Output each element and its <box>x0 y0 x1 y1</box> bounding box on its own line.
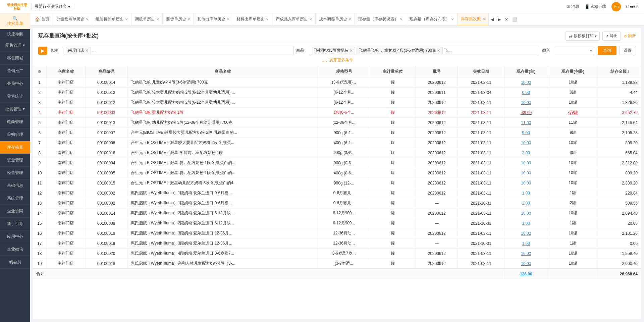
table-cell[interactable]: 11.00 <box>504 118 548 128</box>
table-cell[interactable]: 10.00 <box>504 178 548 188</box>
sidebar-item-basics[interactable]: 基础信息 <box>0 179 30 192</box>
warehouse-tag-close[interactable]: ✕ <box>85 48 89 53</box>
tab-split-history[interactable]: 分量盘点单历史 ✕ <box>53 13 92 25</box>
close-stock-dist-icon[interactable]: ✕ <box>451 17 454 21</box>
table-cell[interactable]: 0.00 <box>504 88 548 98</box>
table-cell[interactable]: 10.00 <box>504 208 548 218</box>
table-cell: 0-6月婴儿... <box>318 188 370 198</box>
close-other-out-icon[interactable]: ✕ <box>227 17 229 21</box>
table-cell[interactable]: 2.00 <box>504 198 548 208</box>
close-batch-account-icon[interactable]: ✕ <box>482 17 485 21</box>
table-cell: 20200612 <box>416 188 458 198</box>
product-tag-2[interactable]: 飞鹤星飞帆 儿童奶粉 4段(3-6岁适用) 700克 ✕ <box>357 47 443 54</box>
table-cell[interactable]: 10.00 <box>504 249 548 259</box>
sidebar-item-wholesale[interactable]: 批发管理 ▾ <box>0 103 30 116</box>
tab-other-out[interactable]: 其他出库单历史 ✕ <box>194 13 233 25</box>
balance-info-icon[interactable]: ℹ <box>628 69 629 73</box>
close-cost-adjust-icon[interactable]: ✕ <box>348 17 351 21</box>
sidebar-item-guide[interactable]: 新手引导 <box>0 218 30 230</box>
table-cell[interactable]: 10.00 <box>504 98 548 108</box>
close-stock-status-icon[interactable]: ✕ <box>400 17 402 21</box>
tab-stock-dist[interactable]: 现存量（库存分布表） ✕ <box>406 13 458 25</box>
tab-stock-status[interactable]: 现存量（库存状况表） ✕ <box>355 13 406 25</box>
table-cell: 南岸门店 <box>46 118 85 128</box>
product-more[interactable]: 飞... <box>444 48 451 53</box>
product-tag-1-close[interactable]: ✕ <box>350 48 353 53</box>
close-split-icon[interactable]: ✕ <box>86 17 89 21</box>
color-select[interactable]: ▾ <box>555 47 595 54</box>
sidebar-item-app-center[interactable]: 应用中心 <box>0 230 30 243</box>
sidebar-item-wechat[interactable]: 企业微信 <box>0 243 30 256</box>
close-material-out-icon[interactable]: ✕ <box>266 17 269 21</box>
template-print-button[interactable]: 🖨 按模板打印 ▾ <box>566 32 600 41</box>
table-cell[interactable]: 10.00 <box>504 168 548 178</box>
table-cell[interactable]: 10.00 <box>504 158 548 168</box>
filter-toggle-button[interactable]: ▶ <box>38 47 47 55</box>
sidebar-item-ecommerce[interactable]: 电商管理 <box>0 116 30 128</box>
close-mix-icon[interactable]: ✕ <box>156 17 159 21</box>
tab-mix-history[interactable]: 调拨单历史 ✕ <box>131 13 163 25</box>
table-cell: 南岸门店 <box>46 218 85 228</box>
download-button[interactable]: 📱 App下载 <box>585 4 606 9</box>
sidebar-item-enterprise[interactable]: 企业协同 <box>0 205 30 218</box>
warehouse-filter-container[interactable]: 南岸门店 ✕ ... <box>63 46 293 55</box>
refresh-button[interactable]: ↺ 刷新 <box>624 33 636 39</box>
tab-nav-left[interactable]: ◀ <box>489 17 496 22</box>
table-cell[interactable]: 1.00 <box>504 238 548 249</box>
sidebar-item-purchase[interactable]: 采购管理 <box>0 128 30 141</box>
message-button[interactable]: ✉ 消息 <box>567 4 579 9</box>
export-button[interactable]: ↗ 导出 <box>602 32 621 41</box>
settings-icon[interactable]: ⚙ <box>38 69 41 74</box>
filter-row-warehouse: ▶ 仓库 南岸门店 ✕ ... 商品 飞鹤奶粉3段两提装 <box>38 46 636 55</box>
sidebar-item-retail-stats[interactable]: 零售统计 <box>0 90 30 103</box>
setting-button[interactable]: 设置 <box>619 46 636 55</box>
sidebar-item-operations[interactable]: 经营管理 <box>0 167 30 179</box>
tab-batch-account[interactable]: 库存批次账 ✕ <box>458 13 489 25</box>
tab-close-all[interactable]: ✕ <box>503 17 510 22</box>
tab-more[interactable]: ⬜ <box>510 17 519 22</box>
sidebar-item-finance[interactable]: 资金管理 <box>0 154 30 167</box>
sidebar-item-inventory[interactable]: 库存核算 <box>0 141 30 154</box>
close-disassemble-icon[interactable]: ✕ <box>125 17 128 21</box>
sidebar-item-marketing[interactable]: 营销推广 <box>0 65 30 77</box>
table-cell[interactable]: 10.00 <box>504 77 548 88</box>
search-button[interactable]: 查询 <box>598 46 616 55</box>
tab-demand-history[interactable]: 要货单历史 ✕ <box>163 13 194 25</box>
product-tag-1[interactable]: 飞鹤奶粉3段两提装 ✕ <box>312 47 356 54</box>
warehouse-tag[interactable]: 南岸门店 ✕ <box>66 47 91 54</box>
sidebar-item-system[interactable]: 系统管理 <box>0 192 30 205</box>
product-filter-container[interactable]: 飞鹤奶粉3段两提装 ✕ 飞鹤星飞帆 儿童奶粉 4段(3-6岁适用) 700克 ✕… <box>309 46 540 55</box>
sidebar-search[interactable]: 🔍 搜索菜单 <box>0 13 30 29</box>
tab-product-in[interactable]: 产成品入库单历史 ✕ <box>272 13 316 25</box>
product-tag-1-text: 飞鹤奶粉3段两提装 <box>314 48 349 53</box>
tab-home[interactable]: 🏠 首页 <box>32 13 53 25</box>
tab-material-out[interactable]: 材料出库单历史 ✕ <box>233 13 272 25</box>
sidebar-shortcut[interactable]: 快捷导航 <box>0 29 30 39</box>
th-setting[interactable]: ⚙ <box>33 66 46 77</box>
table-cell[interactable]: 9.00 <box>504 128 548 138</box>
sidebar-item-vip[interactable]: 畅会员 <box>0 256 30 269</box>
close-demand-icon[interactable]: ✕ <box>187 17 190 21</box>
sidebar-item-members[interactable]: 会员中心 <box>0 77 30 90</box>
expand-more-button[interactable]: ⌄⌄ 展开更多条件 <box>321 57 353 63</box>
table-cell[interactable]: -39.00 <box>504 108 548 118</box>
table-cell[interactable]: 1.00 <box>504 188 548 198</box>
tab-stock-dist-label: 现存量（库存分布表） <box>410 16 450 22</box>
tab-disassemble-history[interactable]: 组装拆卸单历史 ✕ <box>92 13 131 25</box>
table-cell[interactable]: 1.00 <box>504 218 548 228</box>
home-icon: 🏠 <box>35 17 40 22</box>
warehouse-more[interactable]: ... <box>92 48 96 53</box>
sidebar-item-retail-mgmt[interactable]: 零售管理 ▾ <box>0 39 30 52</box>
product-tag-2-close[interactable]: ✕ <box>437 48 440 53</box>
sidebar-item-retail-shop[interactable]: 零售商城 <box>0 52 30 65</box>
th-unit: 主计量单位 <box>370 66 416 77</box>
store-selector[interactable]: 母婴行业演示账套 ▾ <box>32 3 73 10</box>
avatar[interactable]: Ea <box>611 2 621 11</box>
table-cell[interactable]: 10.00 <box>504 138 548 148</box>
table-cell[interactable]: 10.00 <box>504 228 548 238</box>
tab-cost-adjust[interactable]: 成本调整单历史 ✕ <box>316 13 355 25</box>
close-product-in-icon[interactable]: ✕ <box>309 17 312 21</box>
table-cell[interactable]: 10.00 <box>504 259 548 269</box>
table-cell[interactable]: 3.00 <box>504 148 548 158</box>
tab-nav-right[interactable]: ▶ <box>496 17 503 22</box>
